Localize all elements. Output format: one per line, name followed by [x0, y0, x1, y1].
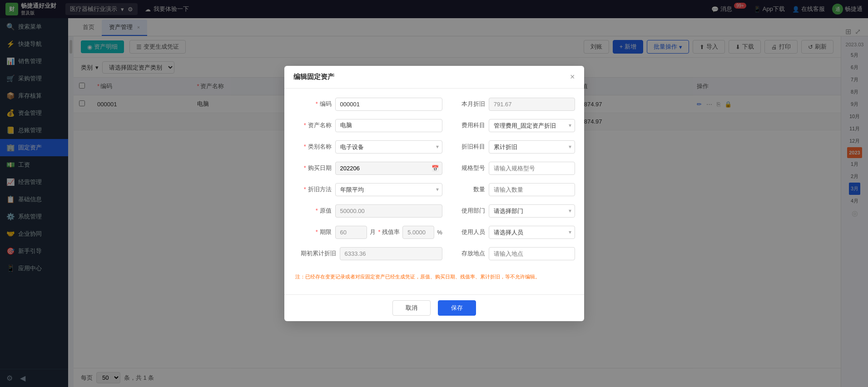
expense-subject-label: 费用科目 — [453, 121, 485, 129]
modal-footer: 取消 保存 — [284, 294, 584, 321]
form-row-user: 使用人员 请选择人员 ▾ — [453, 226, 575, 239]
location-input[interactable] — [489, 247, 575, 260]
form-row-code: * 编码 — [295, 98, 442, 111]
form-row-monthly-dep: 本月折旧 — [453, 98, 575, 111]
quantity-input[interactable] — [489, 183, 575, 196]
department-select[interactable]: 请选择部门 — [489, 204, 575, 218]
code-label: * 编码 — [295, 100, 332, 108]
user-label: 使用人员 — [453, 228, 485, 236]
edit-modal: 编辑固定资产 × * 编码 — [284, 66, 584, 322]
save-button[interactable]: 保存 — [438, 300, 476, 316]
monthly-dep-input — [489, 98, 575, 111]
expense-subject-wrapper: 管理费用_固定资产折旧 ▾ — [489, 119, 575, 132]
form-right-col: 本月折旧 费用科目 管理费用_固定资产折旧 ▾ — [442, 98, 575, 268]
category-label-form: * 类别名称 — [295, 143, 332, 151]
form-row-initial-dep: 期初累计折旧 — [295, 247, 442, 260]
quantity-label: 数量 — [453, 185, 485, 194]
period-unit: 月 — [370, 228, 376, 236]
modal-header: 编辑固定资产 × — [284, 66, 584, 89]
location-label: 存放地点 — [453, 249, 485, 258]
monthly-dep-label: 本月折旧 — [453, 100, 485, 108]
form-row-department: 使用部门 请选择部门 ▾ — [453, 204, 575, 218]
modal-overlay: 编辑固定资产 × * 编码 — [0, 0, 868, 387]
department-label: 使用部门 — [453, 207, 485, 215]
period-label: * 期限 — [295, 228, 332, 236]
code-input[interactable] — [335, 98, 442, 111]
form-left-col: * 编码 * 资产名称 — [295, 98, 442, 268]
form-row-expense-subject: 费用科目 管理费用_固定资产折旧 ▾ — [453, 119, 575, 132]
form-row-category: * 类别名称 电子设备 ▾ — [295, 140, 442, 154]
form-row-quantity: 数量 — [453, 183, 575, 196]
form-row-dep-method: * 折旧方法 年限平均 ▾ — [295, 183, 442, 196]
expense-subject-select[interactable]: 管理费用_固定资产折旧 — [489, 119, 575, 132]
category-select-wrapper: 电子设备 ▾ — [335, 140, 442, 154]
form-row-name: * 资产名称 — [295, 119, 442, 132]
purchase-date-label: * 购买日期 — [295, 164, 332, 172]
form-row-original-value: * 原值 — [295, 204, 442, 218]
form-row-dep-subject: 折旧科目 累计折旧 ▾ — [453, 140, 575, 154]
residual-rate-input[interactable] — [402, 226, 434, 239]
spec-label: 规格型号 — [453, 164, 485, 172]
modal-body: * 编码 * 资产名称 — [284, 89, 584, 295]
form-row-spec: 规格型号 — [453, 162, 575, 175]
calendar-icon[interactable]: 📅 — [432, 165, 439, 172]
dep-subject-label: 折旧科目 — [453, 143, 485, 151]
original-value-label: * 原值 — [295, 207, 332, 215]
dep-method-select[interactable]: 年限平均 — [335, 183, 442, 196]
user-wrapper: 请选择人员 ▾ — [489, 226, 575, 239]
name-label: * 资产名称 — [295, 121, 332, 129]
modal-title: 编辑固定资产 — [293, 73, 334, 81]
category-select-modal[interactable]: 电子设备 — [335, 140, 442, 154]
purchase-date-input[interactable] — [335, 162, 442, 175]
form-row-period: * 期限 月 * 残值率 % — [295, 226, 442, 239]
modal-note: 注：已经存在变更记录或者对应固定资产已经生成凭证，原值、购买日期、残值率、累计折… — [295, 268, 573, 286]
dep-subject-select[interactable]: 累计折旧 — [489, 140, 575, 154]
period-input[interactable] — [335, 226, 367, 239]
name-input[interactable] — [335, 119, 442, 132]
department-wrapper: 请选择部门 ▾ — [489, 204, 575, 218]
form-row-location: 存放地点 — [453, 247, 575, 260]
cancel-button[interactable]: 取消 — [392, 300, 431, 316]
form-row-purchase-date: * 购买日期 📅 — [295, 162, 442, 175]
dep-subject-wrapper: 累计折旧 ▾ — [489, 140, 575, 154]
initial-dep-label: 期初累计折旧 — [295, 249, 336, 258]
user-select[interactable]: 请选择人员 — [489, 226, 575, 239]
purchase-date-wrapper: 📅 — [335, 162, 442, 175]
form-grid: * 编码 * 资产名称 — [295, 98, 573, 268]
spec-input[interactable] — [489, 162, 575, 175]
original-value-input[interactable] — [335, 204, 442, 218]
residual-rate-label: * 残值率 — [378, 228, 400, 236]
initial-dep-input[interactable] — [340, 247, 442, 260]
dep-method-label: * 折旧方法 — [295, 185, 332, 194]
dep-method-wrapper: 年限平均 ▾ — [335, 183, 442, 196]
modal-close-btn[interactable]: × — [570, 72, 575, 82]
period-group: 月 * 残值率 % — [335, 226, 442, 239]
residual-rate-unit: % — [437, 229, 442, 236]
